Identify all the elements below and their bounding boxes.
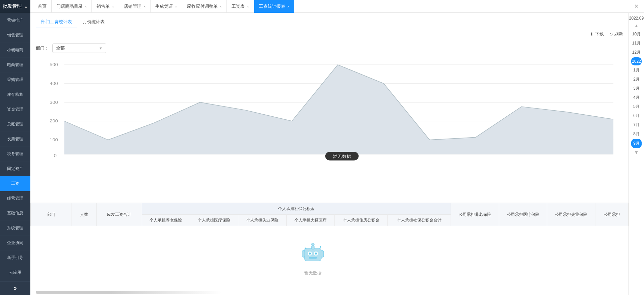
timeline-down-arrow[interactable]: ▼ <box>633 148 640 156</box>
timeline-current-date: 2022.09 <box>628 15 644 22</box>
tab-label-store: 店铺管理 <box>124 3 141 9</box>
th-personal-group: 个人承担社保公积金 <box>142 203 451 215</box>
timeline-item-jul[interactable]: 7月 <box>630 120 643 129</box>
timeline-up-arrow[interactable]: ▲ <box>633 22 640 30</box>
sidebar-item-swgl[interactable]: 税务管理 <box>0 147 30 161</box>
sidebar-title: 批发管理 <box>3 3 22 9</box>
sidebar-item-zzgl[interactable]: 总账管理 <box>0 117 30 132</box>
chart-area: 500 400 300 200 100 0 <box>30 56 628 203</box>
svg-point-18 <box>309 253 311 255</box>
timeline-item-aug[interactable]: 8月 <box>630 129 643 139</box>
chart-svg: 500 400 300 200 100 0 <box>37 60 622 161</box>
tab-voucher[interactable]: 生成凭证× <box>151 0 182 13</box>
timeline-item-apr[interactable]: 4月 <box>630 93 643 102</box>
filter-bar: 部门： 全部 ▼ <box>30 40 628 56</box>
svg-text:400: 400 <box>50 81 58 86</box>
tab-store[interactable]: 店铺管理× <box>119 0 151 13</box>
timeline-item-dec[interactable]: 12月 <box>630 48 643 57</box>
data-table: 部门 人数 应发工资合计 个人承担社保公积金 公司承担养老保险 公司承担医疗保险… <box>30 203 628 290</box>
refresh-label: 刷新 <box>614 31 623 37</box>
sub-tab-month[interactable]: 月份统计表 <box>77 16 110 28</box>
timeline-item-jan[interactable]: 1月 <box>630 66 643 75</box>
sidebar-header[interactable]: 批发管理 ▲ <box>0 0 30 13</box>
table-no-data-text: 暂无数据 <box>304 270 322 276</box>
tab-sales[interactable]: 销售单× <box>92 0 119 13</box>
th-p-total: 个人承担社保公积金合计 <box>388 215 451 226</box>
tab-bar-close-icon[interactable]: ✕ <box>632 3 641 9</box>
sidebar-item-qyxt[interactable]: 企业协同 <box>0 236 30 250</box>
no-data-area: ✦ ✦ 暂无数据 <box>31 226 595 290</box>
main-area: 首页门店商品目录×销售单×店铺管理×生成凭证×应收应付调整单×工资表×工资统计报… <box>30 0 644 295</box>
dept-select[interactable]: 全部 ▼ <box>52 43 106 53</box>
sidebar-item-cggl[interactable]: 采购管理 <box>0 72 30 87</box>
tab-close-receivable[interactable]: × <box>220 4 222 8</box>
th-headcount: 人数 <box>72 203 97 226</box>
tab-close-sales[interactable]: × <box>112 4 114 8</box>
sidebar-item-gz[interactable]: 工资 <box>0 176 30 191</box>
gear-icon: ⚙ <box>13 286 17 291</box>
sidebar-item-yyyp[interactable]: 云应用 <box>0 265 30 280</box>
tab-report[interactable]: 工资统计报表× <box>254 0 294 13</box>
timeline-item-sep[interactable]: 9月 <box>631 139 642 148</box>
tab-close-voucher[interactable]: × <box>175 4 177 8</box>
sidebar-item-fpgl[interactable]: 发票管理 <box>0 132 30 147</box>
tab-label-product: 门店商品目录 <box>56 3 83 9</box>
no-data-icon: ✦ ✦ <box>299 240 326 267</box>
tab-home[interactable]: 首页 <box>33 0 52 13</box>
tab-receivable[interactable]: 应收应付调整单× <box>182 0 227 13</box>
sidebar-item-dsgl[interactable]: 电商管理 <box>0 58 30 72</box>
inner-content: 部门工资统计表月份统计表 ⬇ 下载 ↻ 刷新 部门： 全部 ▼ <box>30 13 628 295</box>
th-p-bigmed: 个人承担大额医疗 <box>286 215 334 226</box>
sidebar-item-zjgl[interactable]: 资金管理 <box>0 102 30 117</box>
timeline-item-oct[interactable]: 10月 <box>630 30 643 39</box>
timeline-item-nov[interactable]: 11月 <box>630 39 643 48</box>
timeline-item-2022[interactable]: 2022 <box>631 57 642 65</box>
th-p-med: 个人承担医疗保险 <box>190 215 238 226</box>
th-p-old: 个人承担养老保险 <box>142 215 190 226</box>
sidebar-item-xdds[interactable]: 小畅电商 <box>0 43 30 58</box>
sidebar-item-gdzc[interactable]: 固定资产 <box>0 161 30 176</box>
th-company-unemp: 公司承担失业保险 <box>547 203 595 226</box>
table-wrapper[interactable]: 部门 人数 应发工资合计 个人承担社保公积金 公司承担养老保险 公司承担医疗保险… <box>30 203 628 290</box>
svg-text:✦: ✦ <box>304 247 306 250</box>
svg-text:300: 300 <box>50 100 58 105</box>
tab-close-store[interactable]: × <box>143 4 145 8</box>
tab-close-product[interactable]: × <box>85 4 87 8</box>
tab-payroll[interactable]: 工资表× <box>227 0 254 13</box>
th-company-med: 公司承担医疗保险 <box>499 203 547 226</box>
sidebar-collapse-icon[interactable]: ▲ <box>24 5 28 8</box>
tab-close-payroll[interactable]: × <box>247 4 249 8</box>
tab-label-home: 首页 <box>38 3 47 9</box>
sidebar-item-xsyd[interactable]: 新手引导 <box>0 250 30 265</box>
th-company-old: 公司承担养老保险 <box>451 203 499 226</box>
sidebar-item-jygl[interactable]: 经营管理 <box>0 191 30 206</box>
sidebar-item-jcxx[interactable]: 基础信息 <box>0 206 30 221</box>
chevron-down-icon: ▼ <box>99 46 103 50</box>
sub-tab-bar: 部门工资统计表月份统计表 <box>30 13 628 28</box>
timeline-item-feb[interactable]: 2月 <box>630 75 643 84</box>
svg-rect-20 <box>309 257 317 259</box>
timeline-item-mar[interactable]: 3月 <box>630 84 643 93</box>
sidebar-item-yxtt[interactable]: 营销推广 <box>0 13 30 28</box>
th-dept: 部门 <box>31 203 72 226</box>
refresh-button[interactable]: ↻ 刷新 <box>609 31 623 37</box>
content-area: 部门工资统计表月份统计表 ⬇ 下载 ↻ 刷新 部门： 全部 ▼ <box>30 13 644 295</box>
download-button[interactable]: ⬇ 下载 <box>590 31 604 37</box>
sidebar-item-xsgl[interactable]: 销售管理 <box>0 28 30 43</box>
sidebar-item-kchs[interactable]: 库存核算 <box>0 87 30 102</box>
tab-label-payroll: 工资表 <box>232 3 245 9</box>
sidebar-item-xtgl[interactable]: 系统管理 <box>0 221 30 236</box>
tab-product[interactable]: 门店商品目录× <box>52 0 92 13</box>
tab-close-report[interactable]: × <box>287 4 289 8</box>
download-icon: ⬇ <box>590 32 594 37</box>
horizontal-scrollbar[interactable] <box>36 291 221 294</box>
settings-button[interactable]: ⚙ <box>0 282 30 295</box>
dept-select-value: 全部 <box>56 45 65 51</box>
timeline-item-may[interactable]: 5月 <box>630 102 643 111</box>
sub-tab-dept[interactable]: 部门工资统计表 <box>36 16 77 28</box>
svg-rect-24 <box>321 250 324 257</box>
svg-text:500: 500 <box>50 62 58 67</box>
svg-text:暂无数据: 暂无数据 <box>332 154 351 159</box>
svg-point-22 <box>312 243 314 246</box>
timeline-item-jun[interactable]: 6月 <box>630 111 643 120</box>
